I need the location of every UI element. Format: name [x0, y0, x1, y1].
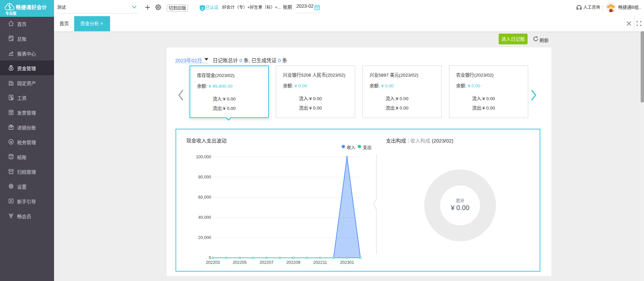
svg-text:20,000: 20,000	[198, 235, 211, 240]
svg-text:202301: 202301	[340, 260, 354, 265]
svg-text:60,000: 60,000	[198, 195, 211, 200]
svg-text:0: 0	[209, 255, 211, 260]
svg-text:100,000: 100,000	[196, 155, 211, 159]
svg-text:202203: 202203	[206, 260, 220, 265]
svg-text:40,000: 40,000	[198, 215, 211, 220]
svg-text:80,000: 80,000	[198, 175, 211, 179]
svg-text:202211: 202211	[313, 260, 327, 265]
svg-text:202205: 202205	[233, 260, 247, 265]
svg-text:202207: 202207	[259, 260, 274, 265]
svg-text:202209: 202209	[286, 260, 300, 265]
svg-text:企: 企	[201, 6, 204, 10]
